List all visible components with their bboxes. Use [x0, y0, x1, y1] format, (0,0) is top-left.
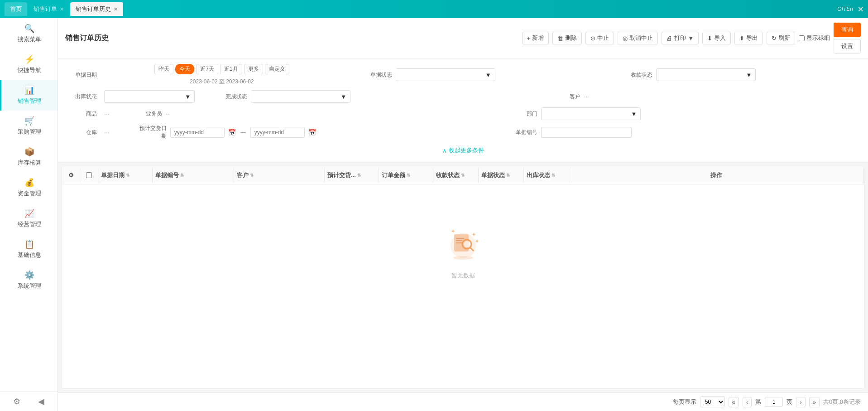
sidebar-item-basic-info-label: 基础信息: [18, 251, 41, 259]
expected-date-start[interactable]: [170, 127, 225, 138]
warehouse-label: 仓库: [65, 129, 97, 136]
print-button[interactable]: 🖨 打印 ▼: [662, 32, 699, 44]
prev-page-icon: ‹: [746, 399, 748, 406]
th-num: 单据编号 ⇅: [153, 168, 234, 183]
cancel-stop-button[interactable]: ◎ 取消中止: [618, 32, 658, 44]
start-date-calendar-icon[interactable]: 📅: [228, 129, 236, 136]
sidebar-item-operations[interactable]: 📈 经营管理: [0, 203, 58, 234]
tab-sales-order-close[interactable]: ✕: [60, 6, 64, 12]
finance-icon: 💰: [24, 178, 34, 188]
th-customer-sort[interactable]: ⇅: [250, 173, 254, 178]
th-date-sort[interactable]: ⇅: [126, 173, 129, 178]
add-button[interactable]: + 新增: [522, 32, 549, 44]
export-button[interactable]: ⬆ 导出: [734, 32, 763, 44]
date-btn-yesterday[interactable]: 昨天: [154, 64, 173, 74]
sidebar-item-purchase[interactable]: 🛒 采购管理: [0, 111, 58, 141]
salesperson-ellipsis[interactable]: ···: [166, 110, 171, 117]
sidebar-item-system[interactable]: ⚙️ 系统管理: [0, 265, 58, 295]
payment-status-select[interactable]: ▼: [656, 68, 756, 81]
date-range-text: 2023-06-02 至 2023-06-02: [190, 78, 254, 86]
warehouse-ellipsis[interactable]: ···: [104, 129, 110, 136]
th-checkbox[interactable]: [80, 169, 98, 182]
top-bar: 首页 销售订单 ✕ 销售订单历史 ✕ OfTEn ✕: [0, 0, 868, 18]
sidebar-bottom: ⚙ ◀: [0, 392, 58, 411]
page-label-before: 第: [755, 398, 761, 406]
end-date-calendar-icon[interactable]: 📅: [308, 129, 316, 136]
sidebar-item-basic-info[interactable]: 📋 基础信息: [0, 234, 58, 265]
collapse-conditions[interactable]: ∧ 收起更多条件: [65, 145, 861, 156]
tab-home-label: 首页: [10, 5, 22, 13]
sidebar-item-finance[interactable]: 💰 资金管理: [0, 172, 58, 203]
sidebar-item-quick-nav[interactable]: ⚡ 快捷导航: [0, 49, 58, 80]
date-separator: —: [240, 129, 247, 135]
th-amount-sort[interactable]: ⇅: [407, 173, 410, 178]
tab-sales-order-history-close[interactable]: ✕: [114, 6, 118, 12]
prev-page-button[interactable]: ‹: [743, 397, 752, 407]
main-layout: 🔍 搜索菜单 ⚡ 快捷导航 📊 销售管理 🛒 采购管理 📦 库存核算 💰 资金管…: [0, 18, 868, 411]
expected-date-end[interactable]: [250, 127, 305, 138]
first-page-button[interactable]: «: [729, 397, 739, 407]
th-date: 单据日期 ⇅: [98, 168, 153, 183]
complete-status-select[interactable]: ▼: [251, 90, 350, 103]
tab-sales-order-history[interactable]: 销售订单历史 ✕: [70, 2, 123, 16]
order-no-input[interactable]: [541, 127, 632, 138]
order-status-chevron: ▼: [485, 72, 491, 78]
filter-row-1: 单据日期 昨天 今天 近7天 近1月 更多 自定义 2023-06-02 至 2…: [65, 64, 861, 86]
stop-button[interactable]: ⊘ 中止: [585, 32, 614, 44]
per-page-select[interactable]: 50 10 20 100: [700, 396, 725, 407]
order-status-label: 单据状态: [365, 71, 392, 79]
collapse-label: 收起更多条件: [449, 146, 484, 155]
tab-home[interactable]: 首页: [5, 2, 27, 16]
delete-button[interactable]: 🗑 删除: [552, 32, 582, 44]
import-button[interactable]: ⬇ 导入: [702, 32, 731, 44]
refresh-icon: ↻: [772, 35, 777, 42]
settings-button[interactable]: 设置: [834, 39, 861, 53]
sidebar-settings-icon[interactable]: ⚙: [13, 396, 20, 406]
display-cols-checkbox[interactable]: [799, 35, 805, 41]
page-number-input[interactable]: [765, 397, 783, 407]
goods-ellipsis[interactable]: ···: [104, 110, 110, 117]
salesperson-label: 业务员: [135, 110, 162, 118]
print-icon: 🖨: [667, 35, 672, 42]
settings-gear-icon[interactable]: ⚙: [68, 172, 74, 179]
date-btn-custom[interactable]: 自定义: [265, 64, 289, 74]
table-section: ⚙ 单据日期 ⇅ 单据编号 ⇅ 客户 ⇅ 预计交货...: [62, 166, 864, 389]
tab-sales-order[interactable]: 销售订单 ✕: [28, 2, 69, 16]
th-pay-status-sort[interactable]: ⇅: [461, 173, 465, 178]
customer-ellipsis[interactable]: ···: [584, 93, 590, 100]
date-filter-value: 昨天 今天 近7天 近1月 更多 自定义 2023-06-02 至 2023-0…: [104, 64, 340, 86]
date-btn-1month[interactable]: 近1月: [220, 64, 242, 74]
department-select[interactable]: ▼: [541, 107, 641, 120]
next-page-button[interactable]: ›: [796, 397, 805, 407]
refresh-button[interactable]: ↻ 刷新: [767, 32, 795, 44]
content-area: 销售订单历史 + 新增 🗑 删除 ⊘ 中止 ◎ 取消中止: [58, 18, 868, 411]
select-all-checkbox[interactable]: [86, 172, 92, 178]
th-order-status-sort[interactable]: ⇅: [506, 173, 510, 178]
sidebar-item-inventory[interactable]: 📦 库存核算: [0, 141, 58, 172]
th-customer-label: 客户: [237, 171, 249, 179]
display-cols-label: 显示碌细: [806, 34, 830, 42]
date-btn-more[interactable]: 更多: [244, 64, 263, 74]
date-btn-7days[interactable]: 近7天: [196, 64, 218, 74]
sidebar-item-sales[interactable]: 📊 销售管理: [0, 80, 58, 111]
cancel-stop-icon: ◎: [623, 35, 628, 42]
payment-status-chevron: ▼: [746, 72, 752, 78]
display-cols-checkbox-wrapper[interactable]: 显示碌细: [799, 34, 830, 42]
query-button[interactable]: 查询: [834, 23, 861, 37]
sidebar-item-search[interactable]: 🔍 搜索菜单: [0, 18, 58, 49]
th-settings[interactable]: ⚙: [62, 168, 80, 182]
th-num-label: 单据编号: [155, 171, 179, 179]
th-num-sort[interactable]: ⇅: [180, 173, 184, 178]
th-ship-status-sort[interactable]: ⇅: [551, 173, 555, 178]
order-status-select[interactable]: ▼: [396, 68, 495, 81]
th-delivery-sort[interactable]: ⇅: [357, 173, 361, 178]
topbar-close-icon[interactable]: ✕: [858, 5, 863, 14]
settings-label: 设置: [841, 42, 853, 50]
ship-status-select[interactable]: ▼: [104, 90, 195, 103]
query-label: 查询: [841, 26, 853, 34]
date-btn-today[interactable]: 今天: [175, 64, 194, 74]
sidebar-collapse-icon[interactable]: ◀: [38, 396, 44, 406]
th-delivery-label: 预计交货...: [327, 171, 356, 179]
empty-text: 暂无数据: [451, 271, 475, 280]
last-page-button[interactable]: »: [809, 397, 820, 407]
